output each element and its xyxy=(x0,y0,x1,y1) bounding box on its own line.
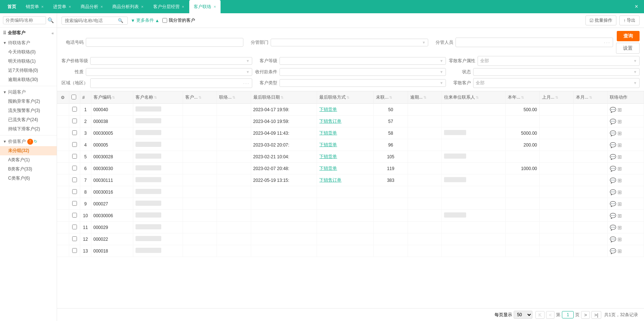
current-page-input[interactable] xyxy=(562,311,574,318)
cell-last-method[interactable]: 下销售订单 xyxy=(317,116,374,127)
more-icon[interactable]: ⊞ xyxy=(617,154,622,160)
row-checkbox[interactable] xyxy=(72,177,77,182)
prev-page-button[interactable]: < xyxy=(546,311,555,319)
cell-last-method[interactable] xyxy=(317,245,374,257)
page-size-select[interactable]: 50 10 20 100 xyxy=(514,311,532,319)
call-icon[interactable]: 💬 xyxy=(610,201,616,207)
sidebar-search-icon[interactable]: 🔍 xyxy=(47,17,54,23)
close-analysis-list-icon[interactable]: × xyxy=(141,4,143,9)
row-checkbox[interactable] xyxy=(72,107,77,112)
cell-checkbox[interactable] xyxy=(69,222,80,233)
cell-checkbox[interactable] xyxy=(69,127,80,139)
sidebar-item-overdue[interactable]: 逾期未联络(30) xyxy=(0,75,57,84)
call-icon[interactable]: 💬 xyxy=(610,177,616,183)
search-icon[interactable]: 🔍 xyxy=(118,18,123,23)
sidebar-item-ungrouped[interactable]: 未分组(32) xyxy=(0,146,57,155)
batch-ops-button[interactable]: ☑ 批量操作 xyxy=(585,15,616,25)
cell-last-method[interactable] xyxy=(317,186,374,198)
call-icon[interactable]: 💬 xyxy=(610,142,616,148)
sidebar-item-b-class[interactable]: B类客户(33) xyxy=(0,165,57,174)
retail-select[interactable]: 全部 ▼ xyxy=(473,78,640,88)
close-customer-contact-icon[interactable]: × xyxy=(214,4,216,9)
col-this-year[interactable]: 本年...⇅ xyxy=(506,91,539,104)
row-checkbox[interactable] xyxy=(72,166,77,170)
row-checkbox[interactable] xyxy=(72,213,77,218)
payment-select[interactable]: ▼ xyxy=(279,68,446,76)
close-sales-icon[interactable]: × xyxy=(41,4,43,9)
call-icon[interactable]: 💬 xyxy=(610,154,616,160)
sidebar-item-abnormal[interactable]: 囤购异常客户(2) xyxy=(0,97,57,106)
col-not-contact[interactable]: 未联...⇅ xyxy=(374,91,408,104)
person-select[interactable]: ··· xyxy=(455,38,613,47)
sidebar-problem-group[interactable]: ▼ 问题客户 xyxy=(0,88,57,97)
more-icon[interactable]: ⊞ xyxy=(617,225,622,230)
select-all-checkbox[interactable] xyxy=(71,95,76,99)
cell-last-method[interactable] xyxy=(317,198,374,210)
sidebar-item-churned[interactable]: 已流失客户(24) xyxy=(0,115,57,124)
row-checkbox[interactable] xyxy=(72,225,77,229)
nav-purchase[interactable]: 进货单 × xyxy=(49,0,75,13)
last-page-button[interactable]: >| xyxy=(591,311,601,319)
col-last-month[interactable]: 上月...⇅ xyxy=(539,91,573,104)
nav-customer-tier[interactable]: 客户分层经营 × xyxy=(149,0,189,13)
cell-checkbox[interactable] xyxy=(69,116,80,127)
col-last-date[interactable]: 最后联络日期⇅ xyxy=(251,91,317,104)
cell-last-method[interactable]: 下销货单 xyxy=(317,163,374,174)
retail-attr-select[interactable]: 全部 ▼ xyxy=(478,56,640,66)
more-icon[interactable]: ⊞ xyxy=(617,248,622,254)
window-close-button[interactable]: × xyxy=(632,3,641,10)
first-page-button[interactable]: K xyxy=(535,311,545,319)
call-icon[interactable]: 💬 xyxy=(610,225,616,230)
more-icon[interactable]: ⊞ xyxy=(617,130,622,136)
nav-analysis[interactable]: 商品分析 × xyxy=(76,0,107,13)
sidebar-item-7days[interactable]: 近7天待联络(0) xyxy=(0,66,57,75)
call-icon[interactable]: 💬 xyxy=(610,248,616,254)
nav-sales[interactable]: 销货单 × xyxy=(21,0,48,13)
cell-last-method[interactable]: 下销货单 xyxy=(317,127,374,139)
call-icon[interactable]: 💬 xyxy=(610,166,616,172)
more-icon[interactable]: ⊞ xyxy=(617,189,622,195)
cust-type-select[interactable]: ▼ xyxy=(279,79,446,87)
sidebar-collapse-icon[interactable]: « xyxy=(52,31,54,35)
more-icon[interactable]: ⊞ xyxy=(617,236,622,242)
sidebar-item-declining[interactable]: 持续下滑客户(2) xyxy=(0,124,57,134)
cust-level-select[interactable]: ▼ xyxy=(279,57,446,65)
more-icon[interactable]: ⊞ xyxy=(617,213,622,219)
col-code[interactable]: 客户编码⇅ xyxy=(91,91,133,104)
sidebar-valuation-group[interactable]: ▼ 价值客户 ! ↻ xyxy=(0,137,57,146)
more-icon[interactable]: ⊞ xyxy=(617,166,622,172)
col-type[interactable]: 客户...⇅ xyxy=(183,91,217,104)
cell-last-method[interactable] xyxy=(317,210,374,222)
sidebar-item-a-class[interactable]: A类客户(1) xyxy=(0,155,57,165)
sidebar-item-today[interactable]: 今天待联络(0) xyxy=(0,47,57,57)
close-analysis-icon[interactable]: × xyxy=(101,4,103,9)
reset-button[interactable]: 设置 xyxy=(616,43,640,54)
status-select[interactable]: ▼ xyxy=(473,68,640,76)
nav-customer-contact[interactable]: 客户联络 × xyxy=(189,0,220,13)
call-icon[interactable]: 💬 xyxy=(610,213,616,219)
price-level-select[interactable]: ▼ xyxy=(90,57,252,65)
sidebar-item-c-class[interactable]: C类客户(6) xyxy=(0,174,57,183)
more-icon[interactable]: ⊞ xyxy=(617,201,622,207)
more-icon[interactable]: ⊞ xyxy=(617,107,622,113)
nav-analysis-list[interactable]: 商品分析列表 × xyxy=(108,0,148,13)
cell-checkbox[interactable] xyxy=(69,104,80,116)
col-checkbox[interactable] xyxy=(69,91,80,104)
more-icon[interactable]: ⊞ xyxy=(617,142,622,148)
row-checkbox[interactable] xyxy=(72,248,77,253)
row-checkbox[interactable] xyxy=(72,119,77,123)
cell-checkbox[interactable] xyxy=(69,210,80,222)
col-this-month[interactable]: 本月...⇅ xyxy=(573,91,607,104)
nav-home[interactable]: 首页 xyxy=(3,0,21,13)
phone-input[interactable] xyxy=(86,38,243,47)
search-input[interactable] xyxy=(65,18,116,23)
cell-last-method[interactable]: 下销货单 xyxy=(317,104,374,116)
sidebar-search-input[interactable] xyxy=(3,16,46,24)
nature-select[interactable]: ▼ xyxy=(86,68,252,76)
cell-checkbox[interactable] xyxy=(69,198,80,210)
call-icon[interactable]: 💬 xyxy=(610,107,616,113)
col-settings[interactable]: ⚙ xyxy=(57,91,69,104)
row-checkbox[interactable] xyxy=(72,130,77,135)
valuation-refresh-icon[interactable]: ↻ xyxy=(34,139,37,144)
cell-last-method[interactable] xyxy=(317,222,374,233)
